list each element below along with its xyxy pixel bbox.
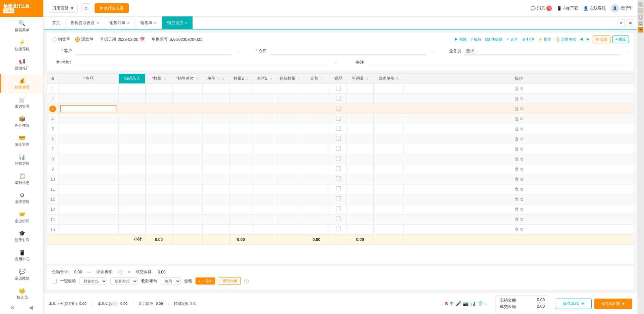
gift-checkbox[interactable] [336, 156, 341, 161]
sidebar-item-finance[interactable]: 💳 资金管理 [0, 131, 43, 150]
operation-action[interactable]: ⚡ 操作 [538, 37, 551, 42]
copy-row-button[interactable]: ⧉ [520, 86, 523, 91]
panel-btn-2[interactable]: ⭐ [638, 8, 643, 13]
qty-cell[interactable] [146, 164, 172, 174]
collapse-icon[interactable]: ◀ [29, 304, 33, 311]
delete-row-button[interactable]: 🗑 [515, 197, 519, 202]
calc-method-select[interactable]: 结算方式 [110, 277, 138, 285]
help-action[interactable]: ? 帮助 [471, 37, 481, 42]
amount-cell[interactable] [303, 214, 330, 225]
pack-qty-cell[interactable] [276, 194, 303, 204]
amount-cell[interactable] [303, 164, 330, 174]
gift-checkbox[interactable] [336, 126, 341, 131]
account-select[interactable]: 账号 [161, 277, 181, 285]
th-settings[interactable]: ⚙ [47, 74, 58, 84]
gift-cell[interactable] [330, 134, 347, 144]
notification-item[interactable]: 💬 消息 70 [531, 5, 552, 11]
unit-cell[interactable] [172, 225, 203, 235]
topbar-settings-button[interactable]: ⚙ [81, 3, 91, 13]
copy-row-button[interactable]: ⧉ [520, 96, 523, 102]
salesman-dots[interactable]: ··· [626, 49, 629, 53]
copy-row-button[interactable]: ⧉ [520, 197, 523, 202]
branch-selector[interactable]: 日用百货 ▼ [49, 4, 78, 13]
gift-checkbox[interactable] [336, 186, 341, 191]
delete-row-button[interactable]: 🗑 [515, 187, 519, 192]
gift-checkbox[interactable] [336, 86, 341, 90]
customer-dots[interactable]: ··· [236, 49, 240, 53]
price-cell[interactable] [203, 154, 229, 164]
close-tab-button[interactable]: ✕ [618, 19, 625, 26]
copy-row-button[interactable]: ⧉ [520, 167, 523, 172]
price-cell[interactable] [203, 124, 229, 134]
qty-cell[interactable] [146, 184, 172, 194]
qty-cell[interactable] [146, 174, 172, 184]
warehouse-dots[interactable]: ··· [431, 49, 434, 53]
sidebar-item-basic[interactable]: 📋 基础信息 [0, 170, 43, 189]
gift-checkbox[interactable] [336, 96, 341, 101]
gift-cell[interactable] [330, 124, 347, 134]
qty2-cell[interactable] [229, 184, 253, 194]
online-service-item[interactable]: 👤 在线客服 [583, 5, 606, 11]
next-icon[interactable]: ▶ [587, 37, 589, 42]
print-action[interactable]: 🖨 打印 [522, 37, 534, 42]
qty2-cell[interactable] [229, 84, 253, 94]
product-cell[interactable] [58, 164, 119, 174]
save-new-button[interactable]: 保存&新增 ▼ [594, 299, 632, 309]
qty2-cell[interactable] [229, 225, 253, 235]
experience-button[interactable]: 体验行业方案 [95, 3, 129, 13]
amount-cell[interactable] [303, 144, 330, 154]
product-cell[interactable] [58, 124, 119, 134]
delete-row-button[interactable]: 🗑 [515, 106, 519, 112]
unit-cell[interactable] [172, 194, 203, 204]
gift-cell[interactable] [330, 184, 347, 194]
price-cell[interactable] [203, 204, 229, 214]
tab-price-extract[interactable]: 售价提取设置 ✕ [65, 16, 104, 29]
pack-qty-cell[interactable] [276, 174, 303, 184]
one-click-checkbox[interactable] [52, 279, 57, 284]
copy-row-button[interactable]: ⧉ [520, 217, 523, 222]
sidebar-item-marketing[interactable]: 📢 营销推广 [0, 55, 43, 74]
copy-row-button[interactable]: ⧉ [520, 116, 523, 122]
gift-checkbox[interactable] [336, 106, 341, 111]
video-action[interactable]: ▶ 视频 [454, 37, 467, 42]
sidebar-item-enterprise[interactable]: 🤝 企业协同 [0, 208, 43, 227]
qty-cell[interactable] [146, 124, 172, 134]
settings-bottom-icon[interactable]: ⚙ [10, 304, 15, 311]
gift-cell[interactable] [330, 84, 347, 94]
unit-cell[interactable] [172, 184, 203, 194]
product-cell[interactable] [58, 184, 119, 194]
gift-cell[interactable] [330, 214, 347, 225]
pack-qty-cell[interactable] [276, 94, 303, 104]
add-row-cell[interactable]: + [47, 104, 58, 114]
gift-checkbox[interactable] [336, 116, 341, 121]
delete-row-button[interactable]: 🗑 [515, 116, 519, 122]
sort-product[interactable]: * 商品 [83, 76, 94, 81]
qty2-cell[interactable] [229, 194, 253, 204]
tab-home[interactable]: 首页 [47, 16, 65, 29]
amount-cell[interactable] [303, 225, 330, 235]
gift-cell[interactable] [330, 94, 347, 104]
gift-checkbox[interactable] [336, 206, 341, 211]
salesman-input[interactable] [464, 47, 621, 55]
unit-cell[interactable] [172, 114, 203, 124]
amount-cell[interactable] [303, 124, 330, 134]
pack-qty-cell[interactable] [276, 154, 303, 164]
pack-qty-cell[interactable] [276, 164, 303, 174]
shirt-icon[interactable]: 👕 [478, 301, 483, 306]
qty-cell[interactable] [146, 204, 172, 214]
amount-cell[interactable] [303, 104, 330, 114]
panel-btn-5[interactable]: 💻 [638, 27, 643, 33]
tab-sales-order[interactable]: 销售订单 ✕ [104, 16, 135, 29]
delete-row-button[interactable]: 🗑 [515, 217, 519, 222]
gift-checkbox[interactable] [336, 146, 341, 151]
copy-row-button[interactable]: ⧉ [520, 126, 523, 132]
sidebar-item-search[interactable]: 🔍 搜索菜单 [0, 17, 43, 36]
qty-cell[interactable] [146, 134, 172, 144]
qty-cell[interactable] [146, 214, 172, 225]
copy-row-button[interactable]: ⧉ [520, 227, 523, 232]
s-icon[interactable]: S [445, 301, 448, 306]
unit-cell[interactable] [172, 104, 203, 114]
amount-cell[interactable] [303, 94, 330, 104]
close-icon[interactable]: ✕ [96, 21, 99, 25]
product-cell[interactable] [58, 144, 119, 154]
